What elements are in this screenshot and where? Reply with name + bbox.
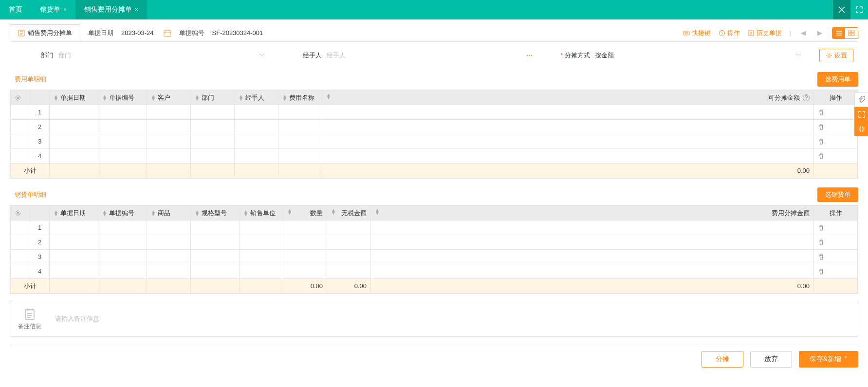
expand-button[interactable] bbox=[854, 107, 868, 122]
docno-value: SF-20230324-001 bbox=[212, 29, 263, 37]
table-row[interactable]: 3 bbox=[11, 250, 858, 264]
department-field: 部门 部门 ﹀ bbox=[15, 49, 268, 62]
date-value[interactable]: 2023-03-24 bbox=[121, 29, 154, 37]
allocate-button[interactable]: 分摊 bbox=[702, 351, 743, 368]
col-docno[interactable]: ▲▼单据编号 bbox=[98, 91, 147, 105]
fullscreen-button[interactable] bbox=[850, 0, 868, 19]
col-docno[interactable]: ▲▼单据编号 bbox=[98, 206, 147, 221]
tabs-right-controls bbox=[833, 0, 868, 19]
delete-row-button[interactable] bbox=[818, 239, 853, 246]
table-row[interactable]: 3 bbox=[11, 134, 858, 149]
table-row[interactable]: 1 bbox=[11, 221, 858, 235]
close-all-button[interactable] bbox=[833, 0, 850, 19]
allocation-label: *分摊方式 bbox=[551, 51, 595, 60]
rownum-header bbox=[30, 91, 50, 105]
view-list-button[interactable] bbox=[832, 28, 845, 38]
table-row[interactable]: 4 bbox=[11, 264, 858, 279]
chevron-down-icon: ﹀ bbox=[259, 51, 265, 60]
subtotal-fee: 0.00 bbox=[371, 279, 814, 294]
document-type-tab[interactable]: 销售费用分摊单 bbox=[10, 24, 80, 41]
view-toggle bbox=[832, 27, 858, 39]
separator: | bbox=[790, 29, 791, 37]
collapse-button[interactable] bbox=[854, 122, 868, 136]
history-button[interactable]: 历史单据 bbox=[748, 29, 782, 37]
sort-icon: ▲▼ bbox=[243, 210, 248, 216]
sort-icon: ▲▼ bbox=[54, 95, 58, 101]
delete-row-button[interactable] bbox=[818, 124, 853, 130]
col-feename[interactable]: ▲▼费用名称 bbox=[278, 91, 322, 105]
discard-button[interactable]: 放弃 bbox=[750, 351, 792, 368]
col-alloc-amount[interactable]: ▲▼可分摊金额 ? bbox=[322, 91, 814, 105]
table-row[interactable]: 4 bbox=[11, 149, 858, 164]
sort-icon: ▲▼ bbox=[151, 210, 156, 216]
delete-row-button[interactable] bbox=[818, 109, 853, 116]
svg-rect-7 bbox=[849, 34, 850, 36]
svg-rect-8 bbox=[851, 34, 854, 36]
allocation-method-select[interactable]: 按金额 ﹀ bbox=[595, 49, 805, 62]
svg-rect-12 bbox=[25, 310, 34, 319]
department-placeholder: 部门 bbox=[58, 51, 71, 60]
table-row[interactable]: 2 bbox=[11, 120, 858, 134]
delete-row-button[interactable] bbox=[818, 138, 853, 145]
col-fee-alloc[interactable]: ▲▼费用分摊金额 bbox=[371, 206, 814, 221]
col-handler[interactable]: ▲▼经手人 bbox=[235, 91, 278, 105]
sort-icon: ▲▼ bbox=[331, 209, 336, 215]
select-fee-doc-button[interactable]: 选费用单 bbox=[817, 72, 858, 87]
next-doc-button[interactable]: ▶ bbox=[815, 29, 824, 37]
hotkey-button[interactable]: 快捷键 bbox=[683, 29, 711, 37]
chevron-up-icon: ˄ bbox=[844, 355, 848, 363]
calendar-icon[interactable] bbox=[164, 29, 171, 37]
allocation-value: 按金额 bbox=[595, 51, 614, 60]
table-settings-header[interactable] bbox=[11, 91, 30, 105]
table-settings-header[interactable] bbox=[11, 206, 30, 221]
col-spec[interactable]: ▲▼规格型号 bbox=[191, 206, 240, 221]
right-rail bbox=[854, 92, 868, 136]
delete-row-button[interactable] bbox=[818, 268, 853, 275]
delete-row-button[interactable] bbox=[818, 224, 853, 231]
remark-placeholder: 请输入备注信息 bbox=[55, 314, 99, 323]
close-icon[interactable]: × bbox=[63, 6, 67, 13]
save-and-new-button[interactable]: 保存&新增 ˄ bbox=[799, 351, 858, 368]
operate-button[interactable]: 操作 bbox=[719, 29, 740, 37]
remark-input[interactable]: 请输入备注信息 bbox=[49, 301, 858, 336]
svg-point-9 bbox=[828, 55, 830, 56]
view-grid-button[interactable] bbox=[845, 28, 858, 38]
department-label: 部门 bbox=[15, 51, 58, 60]
row-number: 3 bbox=[30, 134, 50, 149]
tab-sales-fee-alloc[interactable]: 销售费用分摊单 × bbox=[75, 0, 147, 19]
table-row[interactable]: 2 bbox=[11, 235, 858, 250]
table-row[interactable]: 1 bbox=[11, 105, 858, 120]
document-type-label: 销售费用分摊单 bbox=[28, 29, 72, 37]
col-unit[interactable]: ▲▼销售单位 bbox=[240, 206, 283, 221]
col-customer[interactable]: ▲▼客户 bbox=[147, 91, 191, 105]
svg-rect-5 bbox=[849, 31, 850, 33]
close-icon[interactable]: × bbox=[135, 6, 138, 13]
delete-row-button[interactable] bbox=[818, 153, 853, 160]
settings-button[interactable]: 设置 bbox=[819, 49, 853, 62]
sort-icon: ▲▼ bbox=[239, 95, 243, 101]
row-number: 2 bbox=[30, 120, 50, 134]
col-dept[interactable]: ▲▼部门 bbox=[191, 91, 235, 105]
prev-doc-button[interactable]: ◀ bbox=[799, 29, 808, 37]
col-amount[interactable]: ▲▼无税金额 bbox=[327, 206, 371, 221]
tab-sales-order[interactable]: 销货单 × bbox=[31, 0, 75, 19]
handler-select[interactable]: 经手人 ⋯ bbox=[327, 49, 536, 62]
docno-label: 单据编号 bbox=[179, 29, 204, 37]
subtotal-label: 小计 bbox=[11, 164, 50, 178]
attachment-button[interactable] bbox=[854, 92, 868, 107]
date-label: 单据日期 bbox=[88, 29, 113, 37]
delete-row-button[interactable] bbox=[818, 254, 853, 260]
department-select[interactable]: 部门 ﹀ bbox=[58, 49, 268, 62]
allocation-method-field: *分摊方式 按金额 ﹀ bbox=[551, 49, 805, 62]
fee-detail-table: ▲▼单据日期 ▲▼单据编号 ▲▼客户 ▲▼部门 ▲▼经手人 ▲▼费用名称 ▲▼可… bbox=[10, 90, 858, 179]
tab-home[interactable]: 首页 bbox=[0, 0, 31, 19]
help-icon[interactable]: ? bbox=[803, 94, 810, 101]
rownum-header bbox=[30, 206, 50, 221]
col-date[interactable]: ▲▼单据日期 bbox=[50, 206, 98, 221]
col-date[interactable]: ▲▼单据日期 bbox=[50, 91, 98, 105]
col-qty[interactable]: ▲▼数量 bbox=[283, 206, 327, 221]
select-sales-doc-button[interactable]: 选销货单 bbox=[817, 187, 858, 202]
svg-point-10 bbox=[17, 97, 19, 99]
sort-icon: ▲▼ bbox=[151, 95, 156, 101]
col-product[interactable]: ▲▼商品 bbox=[147, 206, 191, 221]
